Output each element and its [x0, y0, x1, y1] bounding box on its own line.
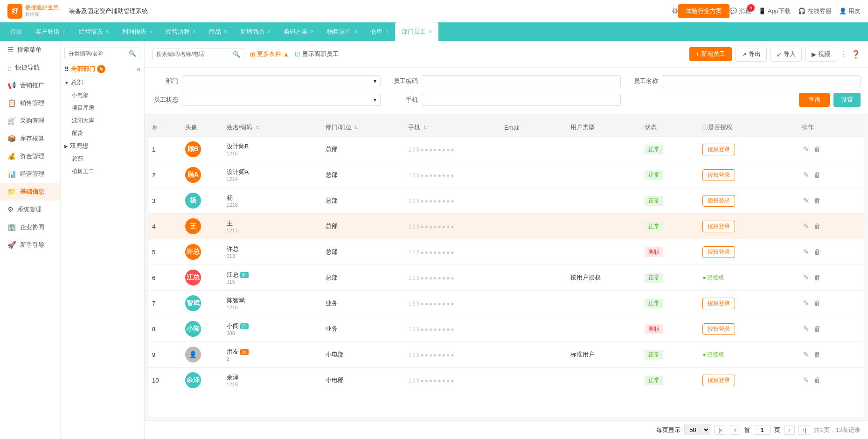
app-download-btn[interactable]: 📱 App下载: [758, 7, 791, 15]
dept-collapse-btn[interactable]: «: [137, 65, 140, 73]
col-header-setting[interactable]: ⚙: [148, 118, 181, 137]
sidebar-item-operations[interactable]: 📊 经营管理: [0, 165, 60, 183]
close-icon[interactable]: ×: [311, 28, 314, 35]
edit-icon[interactable]: ✎: [803, 145, 809, 153]
sidebar-item-corp[interactable]: 🏢 企业协同: [0, 218, 60, 236]
export-btn[interactable]: ↗ 导出: [736, 47, 767, 62]
delete-icon[interactable]: 🗑: [814, 222, 821, 230]
delete-icon[interactable]: 🗑: [814, 350, 821, 358]
close-icon[interactable]: ×: [429, 28, 432, 35]
col-header-dept[interactable]: 部门/职位 ⇅: [322, 118, 404, 137]
sidebar-item-guide[interactable]: 🚀 新手引导: [0, 236, 60, 254]
nav-tab-仓库[interactable]: 仓库×: [364, 22, 395, 41]
sidebar-item-search[interactable]: ☰ 搜索菜单: [0, 41, 60, 59]
search-box[interactable]: 🔍: [152, 49, 244, 60]
delete-icon[interactable]: 🗑: [814, 196, 821, 204]
sidebar-item-purchase[interactable]: 🛒 采购管理: [0, 112, 60, 130]
auth-button[interactable]: 授权登录: [702, 246, 735, 258]
add-employee-btn[interactable]: + 新增员工: [689, 47, 732, 61]
auth-button[interactable]: 授权登录: [702, 375, 735, 386]
auth-button[interactable]: 授权登录: [702, 221, 735, 232]
delete-icon[interactable]: 🗑: [814, 299, 821, 307]
view-btn[interactable]: ▶ 视频: [806, 47, 836, 62]
gear-icon[interactable]: ⚙: [672, 7, 678, 15]
dept-child-shenyang[interactable]: 沈阳大库: [61, 114, 144, 127]
import-btn[interactable]: ↙ 导入: [771, 47, 802, 62]
auth-button[interactable]: 授权登录: [702, 144, 735, 155]
auth-button[interactable]: 授权登录: [702, 195, 735, 207]
search-input[interactable]: [156, 51, 231, 57]
sidebar-item-shortcut[interactable]: ⌂ 快捷导航: [0, 59, 60, 77]
edit-icon[interactable]: ✎: [803, 171, 809, 179]
sidebar-item-basic[interactable]: 📁 基础信息: [0, 183, 60, 201]
dept-edit-badge[interactable]: ✎: [97, 65, 105, 73]
edit-icon[interactable]: ✎: [803, 299, 809, 307]
phone-input[interactable]: [422, 94, 620, 106]
sidebar-item-inventory[interactable]: 📦 库存核算: [0, 130, 60, 147]
status-select[interactable]: ▾: [182, 94, 381, 106]
close-icon[interactable]: ×: [193, 28, 196, 35]
nav-tab-经营情况[interactable]: 经营情况×: [72, 22, 116, 41]
edit-icon[interactable]: ✎: [803, 350, 809, 358]
delete-icon[interactable]: 🗑: [814, 325, 821, 333]
dept-child-peihuo[interactable]: 配货: [61, 127, 144, 139]
edit-icon[interactable]: ✎: [803, 248, 809, 256]
edit-icon[interactable]: ✎: [803, 376, 809, 384]
close-icon[interactable]: ×: [224, 28, 227, 35]
more-conditions-btn[interactable]: ⊞ 更多条件 ▲: [250, 50, 289, 58]
empcode-input[interactable]: [422, 75, 620, 87]
user-btn[interactable]: 👤 用友: [839, 7, 861, 15]
empname-input[interactable]: [662, 75, 861, 87]
close-icon[interactable]: ×: [267, 28, 271, 35]
sidebar-item-system[interactable]: ⚙ 系统管理: [0, 201, 60, 218]
close-icon[interactable]: ×: [106, 28, 109, 35]
col-header-phone[interactable]: 手机 ⇅: [404, 118, 500, 137]
prev-page-btn[interactable]: ‹: [730, 425, 740, 435]
edit-icon[interactable]: ✎: [803, 222, 809, 230]
nav-tab-客户联络[interactable]: 客户联络×: [29, 22, 72, 41]
sidebar-item-marketing[interactable]: 📢 营销推广: [0, 77, 60, 94]
nav-tab-部门员工[interactable]: 部门员工×: [395, 22, 438, 41]
dept-header[interactable]: ⠿ 全部部门 ✎ «: [61, 62, 144, 76]
dept-group-title-shuanglu[interactable]: ▶ 双鹿想: [61, 139, 144, 153]
edit-icon[interactable]: ✎: [803, 325, 809, 333]
nav-tab-首页[interactable]: 首页: [4, 22, 29, 41]
nav-tab-利润报告[interactable]: 利润报告×: [116, 22, 159, 41]
dept-search-box[interactable]: 🔍: [64, 48, 140, 59]
dept-child-xiangmu[interactable]: 项目库房: [61, 102, 144, 114]
delete-icon[interactable]: 🗑: [814, 171, 821, 179]
dept-group-title-total[interactable]: ▼ 总部: [61, 76, 144, 89]
nav-tab-物料清单[interactable]: 物料清单×: [320, 22, 364, 41]
first-page-btn[interactable]: |‹: [714, 425, 726, 435]
nav-tab-新增商品[interactable]: 新增商品×: [234, 22, 277, 41]
help-icon[interactable]: ❓: [851, 50, 861, 59]
auth-button[interactable]: 授权登录: [702, 169, 735, 181]
page-size-select[interactable]: 50 20 100: [684, 425, 710, 435]
more-options-icon[interactable]: ⋮: [840, 50, 847, 59]
close-icon[interactable]: ×: [62, 28, 66, 35]
dept-search-input[interactable]: [69, 50, 129, 57]
close-icon[interactable]: ×: [354, 28, 357, 35]
sidebar-item-sales[interactable]: 📋 销售管理: [0, 94, 60, 112]
try-btn[interactable]: 体验行业方案: [678, 4, 729, 18]
online-service-btn[interactable]: 🎧 在线客服: [798, 7, 832, 15]
dept-child-zhishu[interactable]: 植树王二: [61, 165, 144, 178]
nav-tab-条码方案[interactable]: 条码方案×: [277, 22, 320, 41]
delete-icon[interactable]: 🗑: [814, 376, 821, 384]
col-header-name[interactable]: 姓名/编码 ⇅: [223, 118, 322, 137]
search-btn[interactable]: 查询: [799, 93, 830, 107]
dept-child-zongbu[interactable]: 总部: [61, 153, 144, 165]
next-page-btn[interactable]: ›: [784, 425, 794, 435]
delete-icon[interactable]: 🗑: [814, 145, 821, 153]
message-btn[interactable]: 💬 消息 5: [729, 7, 751, 15]
dept-select[interactable]: ▾: [182, 75, 381, 87]
delete-icon[interactable]: 🗑: [814, 248, 821, 256]
dept-child-xiaodian[interactable]: 小电部: [61, 89, 144, 102]
auth-button[interactable]: 授权登录: [702, 323, 735, 335]
edit-icon[interactable]: ✎: [803, 273, 809, 281]
edit-icon[interactable]: ✎: [803, 196, 809, 204]
sidebar-item-finance[interactable]: 💰 资金管理: [0, 147, 60, 165]
show-resigned-toggle[interactable]: ☑ 显示离职员工: [295, 50, 339, 58]
delete-icon[interactable]: 🗑: [814, 273, 821, 281]
close-icon[interactable]: ×: [149, 28, 153, 35]
